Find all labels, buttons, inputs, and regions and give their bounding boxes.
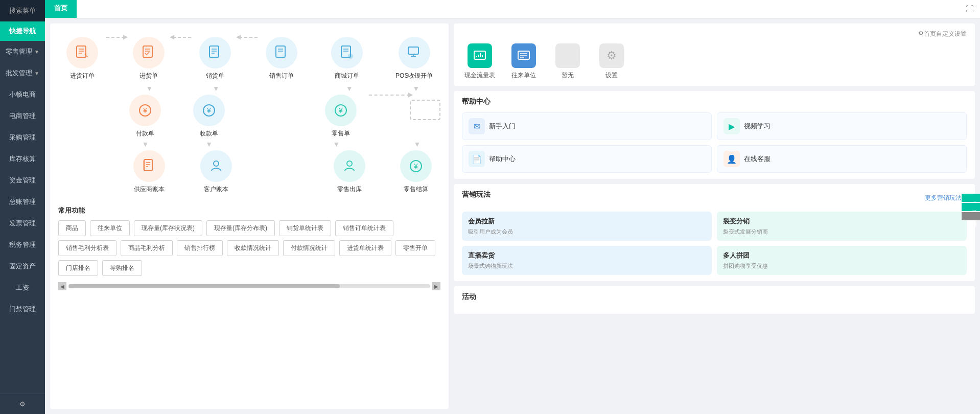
qa-item-none[interactable]: 暂无 [550, 43, 586, 80]
sidebar-settings[interactable]: ⚙ [0, 394, 45, 414]
flow-node-retail-out[interactable]: 零售出库 [325, 150, 374, 194]
sidebar-item-assets[interactable]: 固定资产 [0, 256, 45, 277]
mkt-item-groupbuy[interactable]: 多人拼团 拼团购物享受优惠 [717, 246, 967, 275]
func-btn-guide-rank[interactable]: 导购排名 [102, 260, 142, 276]
func-btn-sales-stat[interactable]: 销货单统计表 [279, 220, 331, 236]
help-center-title: 帮助中心 [462, 97, 967, 106]
common-functions-title: 常用功能 [58, 206, 440, 215]
flow-node-retail-settle[interactable]: ¥ 零售结算 [391, 150, 440, 194]
sidebar-item-purchase[interactable]: 采购管理 [0, 127, 45, 148]
flow-node-sales-order[interactable]: 销售订单 [258, 37, 306, 80]
func-btn-stock1[interactable]: 现存量(库存状况表) [134, 220, 202, 236]
sidebar-item-payroll[interactable]: 工资 [0, 277, 45, 298]
quick-access-panel: ⚙ 首页自定义设置 现金流量表 往来单位 [454, 24, 975, 86]
marketing-panel: 营销玩法 更多营销玩法 > 会员拉新 吸引用户成为会员 裂变分销 裂变式发展分销… [454, 184, 975, 281]
sidebar-item-wholesale[interactable]: 批发管理▼ [0, 62, 45, 84]
top-tabs: 首页 ⛶ [45, 0, 980, 18]
flow-node-retail[interactable]: ¥ 零售单 [313, 95, 369, 138]
svg-text:¥: ¥ [338, 106, 343, 114]
svg-point-17 [348, 54, 353, 59]
qa-item-settings[interactable]: ⚙ 设置 [594, 43, 629, 80]
func-btn-product[interactable]: 商品 [58, 220, 86, 236]
flow-node-pos[interactable]: POS收银开单 [388, 37, 440, 80]
svg-rect-27 [144, 159, 152, 171]
svg-rect-11 [276, 46, 285, 57]
sidebar-item-finance[interactable]: 资金管理 [0, 170, 45, 191]
sidebar-item-ledger[interactable]: 总账管理 [0, 191, 45, 213]
mkt-title: 营销玩法 [462, 190, 491, 199]
sidebar: 搜索菜单 快捷导航 零售管理▼ 批发管理▼ 小畅电商 电商管理 采购管理 库存核… [0, 0, 45, 414]
sidebar-item-ecommerce[interactable]: 小畅电商 [0, 84, 45, 105]
svg-text:¥: ¥ [206, 106, 211, 114]
sidebar-search[interactable]: 搜索菜单 [0, 0, 45, 21]
flow-node-sales[interactable]: 销货单 [191, 37, 239, 80]
mkt-item-livestream[interactable]: 直播卖货 场景式购物新玩法 [462, 246, 712, 275]
content-area: 进货订单 ▶ 进货单 [45, 18, 980, 414]
sidebar-item-invoice[interactable]: 发票管理 [0, 213, 45, 234]
func-btn-salesorder-stat[interactable]: 销售订单统计表 [335, 220, 393, 236]
sidebar-item-access[interactable]: 门禁管理 [0, 298, 45, 320]
sidebar-item-retail[interactable]: 零售管理▼ [0, 41, 45, 62]
help-grid: ✉ 新手入门 ▶ 视频学习 📄 帮助中心 👤 在线客服 [462, 112, 967, 173]
flow-node-purchase-order[interactable]: 进货订单 [58, 37, 106, 80]
flow-node-mall-order[interactable]: 商城订单 [323, 37, 371, 80]
mkt-header: 营销玩法 更多营销玩法 > [462, 190, 967, 205]
gear-icon: ⚙ [918, 30, 924, 38]
scrollbar-thumb [68, 284, 340, 288]
main-area: 首页 ⛶ 进货订单 [45, 0, 980, 414]
help-item-service[interactable]: 👤 在线客服 [717, 145, 967, 173]
customize-label[interactable]: 首页自定义设置 [924, 30, 967, 38]
svg-point-32 [214, 161, 219, 166]
left-panel: 进货订单 ▶ 进货单 [50, 24, 449, 409]
svg-point-33 [347, 161, 352, 166]
flow-node-supplier-book[interactable]: 供应商账本 [125, 150, 174, 194]
func-btn-units[interactable]: 往来单位 [90, 220, 130, 236]
svg-rect-0 [77, 46, 86, 57]
sidebar-item-ecommerce-mgmt[interactable]: 电商管理 [0, 105, 45, 127]
sidebar-nav-label: 快捷导航 [0, 21, 45, 41]
scrollbar-track[interactable] [68, 284, 430, 288]
activity-title: 活动 [462, 292, 967, 302]
scroll-right-btn[interactable]: ▶ [432, 282, 440, 290]
common-functions: 常用功能 商品 往来单位 现存量(库存状况表) 现存量(库存分布表) 销货单统计… [58, 206, 440, 290]
help-item-help[interactable]: 📄 帮助中心 [462, 145, 712, 173]
help-center-panel: 帮助中心 ✉ 新手入门 ▶ 视频学习 📄 帮助中心 👤 [454, 91, 975, 179]
mkt-more-link[interactable]: 更多营销玩法 > [925, 194, 967, 202]
func-btn-store-rank[interactable]: 门店排名 [58, 260, 98, 276]
svg-rect-4 [143, 46, 152, 57]
float-btn-service[interactable]: 客服热线 [962, 194, 980, 202]
mkt-item-member[interactable]: 会员拉新 吸引用户成为会员 [462, 212, 712, 241]
fullscreen-icon[interactable]: ⛶ [966, 5, 980, 14]
func-btn-retail-order[interactable]: 零售开单 [395, 240, 435, 256]
sidebar-item-inventory[interactable]: 库存核算 [0, 148, 45, 170]
qa-icons: 现金流量表 往来单位 暂无 ⚙ [462, 43, 967, 80]
func-btn-payment-stat[interactable]: 付款情况统计 [283, 240, 335, 256]
help-item-beginner[interactable]: ✉ 新手入门 [462, 112, 712, 140]
float-btn-desktop[interactable]: 桌面快捷 [962, 212, 980, 220]
func-btn-receipt-stat[interactable]: 收款情况统计 [227, 240, 279, 256]
func-btn-margin1[interactable]: 销售毛利分析表 [58, 240, 116, 256]
qa-item-cashflow[interactable]: 现金流量表 [462, 43, 498, 80]
float-buttons: 客服热线 服务社区 桌面快捷 [962, 194, 980, 220]
svg-rect-31 [143, 160, 145, 170]
func-btn-ranking[interactable]: 销售排行榜 [177, 240, 223, 256]
scrollbar: ◀ ▶ [58, 282, 440, 290]
func-btn-margin2[interactable]: 商品毛利分析 [121, 240, 173, 256]
flow-node-payment[interactable]: ¥ 付款单 [122, 95, 169, 138]
help-item-video[interactable]: ▶ 视频学习 [717, 112, 967, 140]
flow-node-receipt[interactable]: ¥ 收款单 [185, 95, 232, 138]
func-buttons-grid: 商品 往来单位 现存量(库存状况表) 现存量(库存分布表) 销货单统计表 销售订… [58, 220, 440, 276]
func-btn-purchase-stat[interactable]: 进货单统计表 [339, 240, 391, 256]
float-btn-community[interactable]: 服务社区 [962, 203, 980, 211]
flow-node-purchase[interactable]: 进货单 [125, 37, 173, 80]
qa-item-units[interactable]: 往来单位 [506, 43, 542, 80]
scroll-left-btn[interactable]: ◀ [58, 282, 66, 290]
mkt-item-fission[interactable]: 裂变分销 裂变式发展分销商 [717, 212, 967, 241]
svg-text:¥: ¥ [413, 162, 418, 170]
flow-node-customer-book[interactable]: 客户账本 [192, 150, 241, 194]
mkt-grid: 会员拉新 吸引用户成为会员 裂变分销 裂变式发展分销商 直播卖货 场景式购物新玩… [462, 212, 967, 275]
sidebar-item-tax[interactable]: 税务管理 [0, 234, 45, 256]
activity-panel: 活动 [454, 286, 975, 314]
func-btn-stock2[interactable]: 现存量(库存分布表) [206, 220, 275, 236]
tab-home[interactable]: 首页 [45, 0, 77, 18]
